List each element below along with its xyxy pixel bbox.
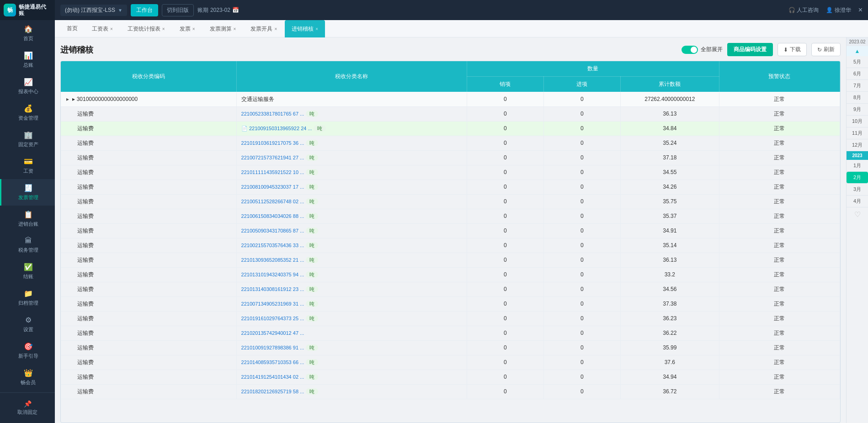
sidebar-item-sales-ledger[interactable]: 📋 进销台账: [0, 206, 55, 232]
sidebar-item-archive[interactable]: 📁 归档管理: [0, 285, 55, 311]
table-cell-code: 运输费: [61, 282, 236, 296]
topbar: (勿动) 江西报宝-LSS ▼ 工作台 切到旧版 账期 2023-02 📅 🎧 …: [55, 0, 868, 20]
tab-payroll-stats-label: 工资统计报表: [128, 25, 160, 33]
expand-toggle[interactable]: [682, 46, 698, 54]
company-selector[interactable]: (勿动) 江西报宝-LSS ▼: [60, 5, 127, 16]
main-table-container: 税收分类编码 税收分类名称 数量 预警状态 销项 进项 累计数额: [60, 61, 841, 423]
tab-invoice-calc[interactable]: 发票测算 ×: [203, 20, 243, 37]
calendar-month-4[interactable]: 4月: [847, 196, 868, 207]
sidebar-item-ledger[interactable]: 📊 总账: [0, 47, 55, 73]
table-cell-status: 正常: [719, 209, 840, 223]
table-cell-sales: 0: [467, 223, 543, 238]
calendar-month-10[interactable]: 10月: [847, 116, 868, 127]
table-cell-purchase: 0: [543, 238, 620, 253]
table-cell-sales: 0: [467, 92, 543, 106]
table-cell-status: 正常: [719, 194, 840, 209]
calendar-month-6[interactable]: 6月: [847, 68, 868, 80]
table-cell-invoice-code: 221019161029764373 25 ... 吨: [236, 311, 467, 326]
table-cell-invoice-code: 221014085935710353 66 ... 吨: [236, 355, 467, 370]
sidebar-item-close-accounts[interactable]: ✅ 结账: [0, 258, 55, 285]
favorite-icon[interactable]: ♡: [847, 207, 868, 222]
table-cell-invoice-code: 221005233817801765 67 ... 吨: [236, 106, 467, 121]
calendar-month-11[interactable]: 11月: [847, 127, 868, 139]
table-cell-invoice-code: 221005090343170865 87 ... 吨: [236, 223, 467, 238]
unpin-button[interactable]: 📌 取消固定: [16, 397, 39, 418]
calendar-month-12[interactable]: 12月: [847, 139, 868, 151]
table-cell-total: 27262.40000000012: [620, 92, 719, 106]
sidebar-item-payroll[interactable]: 💳 工资: [0, 153, 55, 179]
finance-icon: 💰: [24, 104, 33, 113]
table-cell-code: 运输费: [61, 165, 236, 180]
tab-invoice-calc-close[interactable]: ×: [234, 26, 236, 32]
calendar-icon[interactable]: 📅: [232, 7, 239, 13]
sidebar-item-home[interactable]: 🏠 首页: [0, 20, 55, 47]
tab-payroll-stats-close[interactable]: ×: [162, 26, 165, 32]
sidebar-item-label: 畅会员: [21, 379, 36, 386]
expand-row-icon[interactable]: ▸: [66, 96, 69, 102]
table-cell-total: 37.18: [620, 150, 719, 165]
tab-sales-reconcile-close[interactable]: ×: [315, 26, 318, 32]
app-name: 畅捷通易代账: [19, 4, 51, 17]
workspace-button[interactable]: 工作台: [131, 4, 158, 16]
scroll-up-button[interactable]: ▲: [847, 46, 868, 56]
table-cell-status: 正常: [719, 282, 840, 296]
download-icon: ⬇: [783, 47, 788, 53]
table-cell-purchase: 0: [543, 253, 620, 267]
table-cell-code: 运输费: [61, 150, 236, 165]
calendar-month-8[interactable]: 8月: [847, 92, 868, 104]
sidebar-item-settings[interactable]: ⚙ 设置: [0, 311, 55, 338]
settings-button[interactable]: 商品编码设置: [727, 43, 773, 56]
tab-payroll-stats[interactable]: 工资统计报表 ×: [121, 20, 172, 37]
tab-sales-reconcile[interactable]: 进销稽核 ×: [285, 20, 325, 37]
unit-tag: 吨: [306, 388, 318, 395]
sidebar-item-invoice[interactable]: 🧾 发票管理: [0, 179, 55, 206]
close-accounts-icon: ✅: [24, 263, 33, 271]
sidebar-item-guide[interactable]: 🎯 新手引导: [0, 338, 55, 364]
calendar-month-3[interactable]: 3月: [847, 184, 868, 196]
tab-payroll[interactable]: 工资表 ×: [85, 20, 120, 37]
table-cell-purchase: 0: [543, 121, 620, 136]
sidebar-item-tax[interactable]: 🏛 税务管理: [0, 232, 55, 258]
table-cell-sales: 0: [467, 194, 543, 209]
table-cell-code: 运输费: [61, 238, 236, 253]
sidebar-item-member[interactable]: 👑 畅会员: [0, 364, 55, 391]
calendar-month-9[interactable]: 9月: [847, 104, 868, 116]
unit-tag: 吨: [306, 184, 318, 190]
sidebar-item-assets[interactable]: 🏢 固定资产: [0, 126, 55, 153]
refresh-button[interactable]: ↻ 刷新: [811, 43, 841, 56]
calendar-month-2[interactable]: 2月: [847, 172, 868, 184]
switch-version-button[interactable]: 切到旧版: [162, 4, 194, 16]
calendar-month-5[interactable]: 5月: [847, 56, 868, 68]
refresh-icon: ↻: [817, 47, 822, 53]
table-cell-invoice-code: 221007134905231969 31 ... 吨: [236, 296, 467, 311]
sidebar-item-reports[interactable]: 📈 报表中心: [0, 73, 55, 100]
table-cell-code: 运输费: [61, 267, 236, 282]
table-cell-sales: 0: [467, 267, 543, 282]
sidebar-item-label: 固定资产: [18, 141, 38, 148]
tab-home[interactable]: 首页: [60, 20, 84, 37]
tabbar: 首页 工资表 × 工资统计报表 × 发票 × 发票测算 × 发票开具 × 进销稽…: [55, 20, 868, 37]
user-profile[interactable]: 👤 徐澄华: [826, 6, 851, 14]
table-cell-total: 34.84: [620, 121, 719, 136]
calendar-month-1[interactable]: 1月: [847, 160, 868, 172]
table-cell-invoice-code: 221002155703576436 33 ... 吨: [236, 238, 467, 253]
sidebar-item-finance[interactable]: 💰 资金管理: [0, 100, 55, 126]
close-button[interactable]: ×: [858, 6, 863, 14]
unit-tag: 吨: [306, 286, 318, 292]
table-cell-purchase: 0: [543, 267, 620, 282]
table-cell-status: 正常: [719, 150, 840, 165]
sidebar-item-label: 归档管理: [18, 300, 38, 307]
tab-invoice-close[interactable]: ×: [192, 26, 195, 32]
tab-invoice-issue-close[interactable]: ×: [274, 26, 277, 32]
table-cell-total: 36.13: [620, 253, 719, 267]
tab-payroll-close[interactable]: ×: [110, 26, 113, 32]
logo-icon: 畅: [4, 4, 16, 16]
table-cell-code: 运输费: [61, 355, 236, 370]
tab-invoice[interactable]: 发票 ×: [173, 20, 202, 37]
sidebar-item-label: 结账: [23, 273, 33, 280]
download-button[interactable]: ⬇ 下载: [777, 43, 807, 56]
tab-invoice-issue[interactable]: 发票开具 ×: [244, 20, 284, 37]
calendar-month-7[interactable]: 7月: [847, 80, 868, 92]
support-button[interactable]: 🎧 人工咨询: [788, 6, 819, 14]
col-purchase-header: 进项: [543, 77, 620, 92]
